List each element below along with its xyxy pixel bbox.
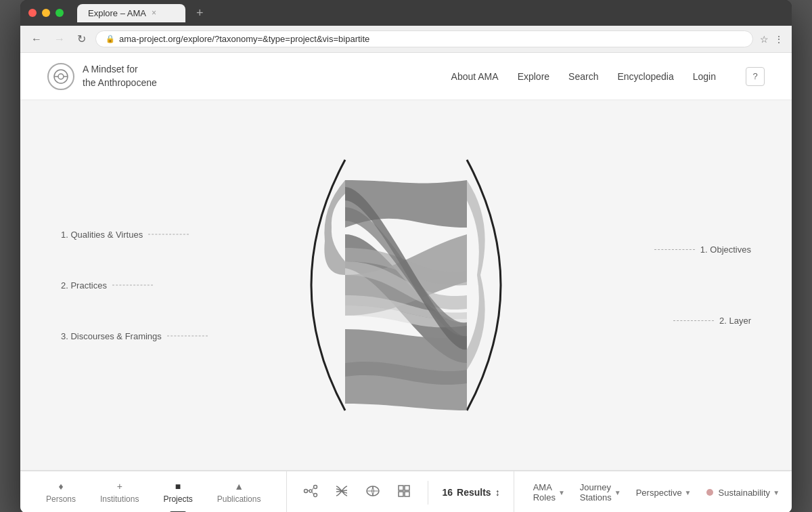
nav-search[interactable]: Search: [568, 71, 598, 82]
ama-roles-arrow: ▼: [558, 489, 565, 496]
maximize-button[interactable]: [55, 9, 64, 17]
bipartite-svg: [210, 140, 602, 431]
forward-button[interactable]: →: [51, 30, 68, 48]
site-nav: About AMA Explore Search Encyclopedia Lo…: [451, 67, 765, 86]
results-count: 16 Results ↕: [428, 471, 514, 512]
nav-about-ama[interactable]: About AMA: [451, 71, 499, 82]
publications-label: Publications: [217, 494, 261, 504]
sustainability-label: Sustainability: [719, 488, 771, 498]
grid-icon: [397, 484, 411, 498]
left-label-2: 2. Practices: [61, 280, 208, 291]
new-tab-button[interactable]: +: [196, 6, 204, 20]
map-viz-button[interactable]: [363, 481, 383, 505]
results-label: Results: [457, 487, 491, 498]
logo-circle: [47, 63, 74, 90]
svg-rect-16: [405, 492, 409, 496]
lock-icon: 🔒: [106, 35, 115, 43]
left-label-1: 1. Qualities & Virtues: [61, 230, 208, 240]
projects-icon: ■: [175, 481, 181, 492]
tab-title: Explore – AMA: [88, 8, 146, 18]
browser-window: Explore – AMA × + ← → ↻ 🔒 ama-project.or…: [20, 0, 792, 512]
right-label-1: 1. Objectives: [654, 244, 751, 255]
site-logo: A Mindset for the Anthropocene: [47, 63, 157, 90]
svg-rect-13: [399, 486, 403, 490]
svg-point-4: [304, 489, 308, 492]
svg-point-7: [309, 490, 312, 492]
svg-point-6: [314, 493, 317, 496]
journey-stations-arrow: ▼: [614, 489, 621, 496]
help-button[interactable]: ?: [746, 67, 765, 86]
nav-login[interactable]: Login: [693, 71, 716, 82]
publications-icon: ▲: [234, 481, 244, 492]
back-button[interactable]: ←: [28, 30, 45, 48]
address-bar[interactable]: 🔒 ama-project.org/explore/?taxonomy=&typ…: [95, 30, 753, 47]
left-label-3: 3. Discourses & Framings: [61, 331, 208, 341]
tab-projects[interactable]: ■ Projects: [151, 471, 204, 512]
journey-stations-label: Journey Stations: [580, 482, 612, 503]
bipartite-viz-button[interactable]: [332, 481, 352, 505]
tab-persons[interactable]: ♦ Persons: [34, 471, 88, 512]
site-title-text: A Mindset for the Anthropocene: [83, 63, 157, 89]
map-icon: [365, 484, 380, 498]
svg-rect-15: [399, 492, 403, 496]
count-number: 16: [442, 487, 453, 498]
browser-tab[interactable]: Explore – AMA ×: [77, 4, 185, 22]
browser-titlebar: Explore – AMA × +: [20, 0, 792, 26]
filter-inner-change[interactable]: Inner Change ▼: [789, 479, 792, 505]
viz-area: 1. Qualities & Virtues 2. Practices 3. D…: [20, 100, 792, 470]
svg-line-10: [312, 492, 314, 494]
right-label-2: 2. Layer: [654, 316, 751, 326]
nav-explore[interactable]: Explore: [518, 71, 549, 82]
persons-icon: ♦: [58, 481, 63, 492]
minimize-button[interactable]: [42, 9, 50, 17]
right-labels: 1. Objectives 2. Layer: [654, 244, 751, 326]
toolbar-icons: ☆ ⋮: [760, 34, 784, 45]
institutions-label: Institutions: [100, 494, 139, 504]
filter-perspective[interactable]: Perspective ▼: [631, 485, 697, 500]
bookmark-button[interactable]: ☆: [760, 34, 769, 45]
projects-label: Projects: [163, 494, 192, 504]
reload-button[interactable]: ↻: [74, 30, 89, 48]
tab-institutions[interactable]: + Institutions: [88, 471, 151, 512]
site-title-line1: A Mindset for: [83, 63, 157, 77]
tab-publications[interactable]: ▲ Publications: [205, 471, 273, 512]
label-layer: 2. Layer: [719, 316, 751, 326]
site-header: A Mindset for the Anthropocene About AMA…: [20, 53, 792, 100]
grid-viz-button[interactable]: [394, 481, 414, 505]
logo-icon: [53, 68, 69, 85]
svg-line-9: [312, 488, 314, 490]
entity-tabs: ♦ Persons + Institutions ■ Projects ▲ Pu…: [34, 471, 287, 512]
sustainability-arrow: ▼: [773, 489, 780, 496]
nav-encyclopedia[interactable]: Encyclopedia: [617, 71, 673, 82]
dotted-line-2: [112, 285, 153, 286]
url-text: ama-project.org/explore/?taxonomy=&type=…: [119, 34, 369, 44]
dotted-line-r2: [673, 320, 714, 321]
bipartite-chart[interactable]: [210, 140, 602, 431]
sustainability-dot: [706, 489, 713, 496]
network-viz-button[interactable]: [300, 481, 321, 505]
label-qualities-virtues: 1. Qualities & Virtues: [61, 230, 143, 240]
bottom-toolbar: ♦ Persons + Institutions ■ Projects ▲ Pu…: [20, 470, 792, 512]
browser-toolbar: ← → ↻ 🔒 ama-project.org/explore/?taxonom…: [20, 26, 792, 53]
filter-sustainability[interactable]: Sustainability ▼: [701, 485, 786, 500]
site-title-line2: the Anthropocene: [83, 77, 157, 90]
bipartite-icon: [334, 484, 349, 498]
dotted-line-3: [167, 336, 208, 337]
sort-icon[interactable]: ↕: [495, 487, 500, 498]
filter-ama-roles[interactable]: AMA Roles ▼: [528, 479, 570, 505]
label-objectives: 1. Objectives: [700, 244, 751, 255]
perspective-label: Perspective: [636, 488, 682, 498]
dotted-line-r1: [654, 249, 695, 250]
svg-point-5: [314, 485, 317, 488]
page-content: A Mindset for the Anthropocene About AMA…: [20, 53, 792, 512]
network-icon: [303, 484, 318, 498]
left-labels: 1. Qualities & Virtues 2. Practices 3. D…: [61, 230, 208, 341]
tab-close-icon[interactable]: ×: [152, 8, 156, 18]
menu-button[interactable]: ⋮: [774, 34, 784, 45]
perspective-arrow: ▼: [685, 489, 692, 496]
ama-roles-label: AMA Roles: [533, 482, 556, 503]
svg-point-1: [58, 74, 64, 79]
label-discourses: 3. Discourses & Framings: [61, 331, 162, 341]
close-button[interactable]: [28, 9, 37, 17]
filter-journey-stations[interactable]: Journey Stations ▼: [574, 479, 627, 505]
